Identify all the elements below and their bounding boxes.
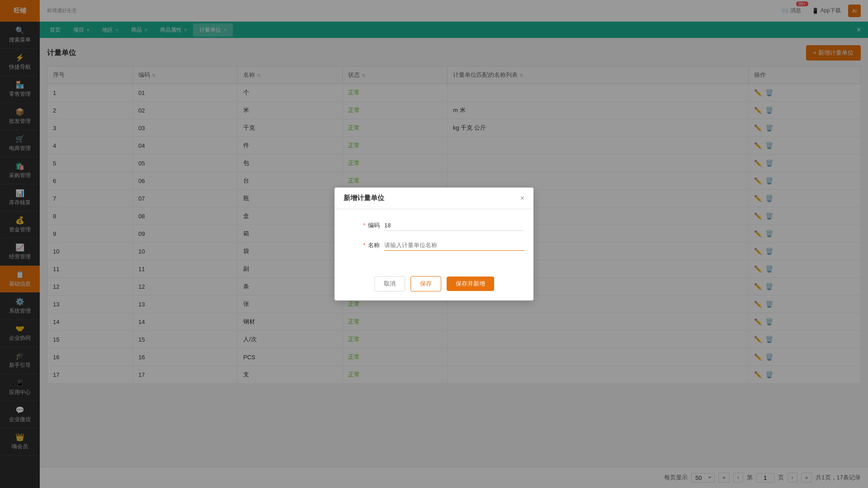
modal-header: 新增计量单位 × bbox=[335, 188, 533, 209]
modal-body: * 编码 * 名称 bbox=[335, 209, 533, 271]
cancel-button[interactable]: 取消 bbox=[374, 276, 405, 291]
name-required-mark: * bbox=[363, 242, 365, 249]
modal-close-button[interactable]: × bbox=[520, 194, 524, 202]
name-label: * 名称 bbox=[344, 241, 380, 249]
name-input[interactable] bbox=[384, 240, 524, 251]
name-label-text: 名称 bbox=[368, 242, 380, 249]
code-required-mark: * bbox=[363, 222, 365, 229]
name-form-row: * 名称 bbox=[344, 240, 524, 251]
code-label: * 编码 bbox=[344, 221, 380, 230]
code-label-text: 编码 bbox=[368, 222, 380, 229]
modal-footer: 取消 保存 保存并新增 bbox=[335, 271, 533, 300]
modal-title: 新增计量单位 bbox=[344, 194, 384, 202]
save-button[interactable]: 保存 bbox=[410, 276, 441, 291]
modal-overlay[interactable]: 新增计量单位 × * 编码 * 名称 取消 保存 保存并新增 bbox=[0, 0, 868, 488]
save-and-new-button[interactable]: 保存并新增 bbox=[447, 277, 494, 291]
add-unit-modal: 新增计量单位 × * 编码 * 名称 取消 保存 保存并新增 bbox=[335, 188, 533, 300]
code-input[interactable] bbox=[384, 220, 524, 231]
code-form-row: * 编码 bbox=[344, 220, 524, 231]
